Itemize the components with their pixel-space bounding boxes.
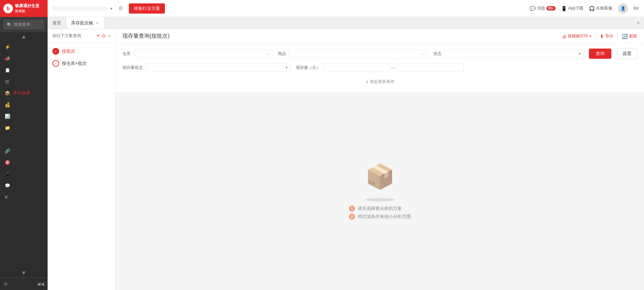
- product-more-icon[interactable]: ···: [418, 51, 428, 56]
- warehouse-input-wrapper: ···: [133, 49, 272, 58]
- status-select[interactable]: [444, 49, 583, 58]
- sidebar-footer-collapse-button[interactable]: ◀◀: [37, 281, 44, 287]
- app-download-action[interactable]: 📱 App下载: [561, 5, 583, 11]
- warehouse-filter-group: 仓库 ···: [122, 49, 272, 58]
- topbar-gear-button[interactable]: ⚙: [115, 3, 126, 14]
- inventory-status-select[interactable]: [146, 63, 290, 72]
- tab-panel-close-button[interactable]: ×: [633, 20, 644, 26]
- app-name-block: 畅康通好生意 标准版: [15, 3, 39, 14]
- sidebar-label-purchase: 采购管理: [13, 78, 31, 85]
- sidebar-item-finance[interactable]: 💰 资金管理: [0, 99, 48, 110]
- sidebar-label-basic: 基础信息: [13, 125, 31, 131]
- sidebar-item-enterprise[interactable]: 🔗 企业协同: [0, 145, 48, 157]
- sidebar-footer-settings-button[interactable]: ⚙: [3, 281, 8, 287]
- topbar-dropdown-button[interactable]: ▾: [110, 6, 113, 11]
- sidebar-label-finance: 资金管理: [13, 102, 31, 108]
- right-content: 现存量查询(按批次) 🖨 按模板打印 ▾ ⬆ 导出 🔄: [116, 29, 644, 290]
- empty-state: 📦 1 请先选择要分析的方案 2 用过滤条件来缩小分析范围: [116, 92, 644, 290]
- search-icon: 🔍: [7, 22, 12, 27]
- header-divider-1: [595, 34, 596, 39]
- sidebar-item-marketing[interactable]: 📣 营销推广: [0, 53, 48, 64]
- trial-button[interactable]: 体验行业方案: [129, 3, 165, 14]
- scheme-by-warehouse-batch[interactable]: ○ 按仓库+批次: [48, 57, 115, 70]
- refresh-label: 刷新: [629, 33, 637, 39]
- inventory-icon: 📦: [5, 91, 10, 96]
- collapse-icon: ∧: [366, 79, 369, 84]
- hint-1-text: 请先选择要分析的方案: [358, 205, 402, 212]
- sidebar-label-inventory: 库存核算: [13, 90, 31, 96]
- status-select-wrapper: ▾: [444, 49, 583, 58]
- message-action[interactable]: 💬 消息 99+: [530, 5, 556, 11]
- refresh-button[interactable]: 🔄 刷新: [622, 33, 637, 39]
- product-filter-group: 商品 ···: [278, 49, 428, 58]
- sidebar-label-beginner: 新手引导: [13, 159, 31, 165]
- scheme-settings-button[interactable]: ⊙: [102, 33, 106, 39]
- main-area: ▾ ⚙ 体验行业方案 💬 消息 99+ 📱 App下载 🎧 在线客服 👤: [48, 0, 644, 290]
- collapse-button[interactable]: ∧ 收起更多条件: [366, 79, 394, 85]
- settings-button[interactable]: 设置: [617, 48, 637, 59]
- operations-icon: 📊: [5, 114, 10, 119]
- search-menu-label: 搜索菜单: [14, 22, 30, 28]
- warehouse-input[interactable]: [134, 50, 263, 58]
- tab-home-label: 首页: [52, 20, 61, 26]
- tab-close-button[interactable]: ×: [95, 21, 99, 25]
- left-panel-actions: + ⊙ «: [97, 33, 111, 39]
- print-icon: 🖨: [562, 34, 566, 39]
- range-dash: —: [391, 65, 396, 70]
- sidebar-item-purchase[interactable]: 🛒 采购管理: [0, 76, 48, 87]
- system-icon: ⚙: [5, 137, 9, 142]
- quick-nav-icon: ⚡: [5, 44, 10, 50]
- sidebar-item-basic[interactable]: 📁 基础信息: [0, 122, 48, 133]
- panel-collapse-button[interactable]: «: [108, 33, 111, 39]
- warehouse-more-icon[interactable]: ···: [263, 51, 272, 56]
- topbar-search-display: [53, 7, 107, 10]
- scroll-down-button[interactable]: ▼: [0, 269, 48, 277]
- sidebar-label-enterprise-wechat: 企业微信: [13, 182, 31, 188]
- sidebar-item-system[interactable]: ⚙ 系统管理: [0, 133, 48, 145]
- tab-inventory-batch-label: 库存批次账: [71, 20, 93, 26]
- product-input[interactable]: [289, 50, 418, 58]
- sidebar-item-sales[interactable]: 📋 销售管理: [0, 64, 48, 76]
- online-service-action[interactable]: 🎧 在线客服: [589, 5, 612, 11]
- sidebar-item-enterprise-wechat[interactable]: 💬 企业微信: [0, 180, 48, 191]
- scheme-by-batch-label: 按批次: [62, 48, 75, 54]
- status-filter-group: 状态 ▾: [434, 49, 583, 58]
- membership-icon: V: [5, 195, 8, 200]
- query-button[interactable]: 查询: [589, 49, 611, 59]
- hint-2-number: 2: [349, 214, 355, 220]
- marketing-icon: 📣: [5, 56, 10, 61]
- sidebar-label-enterprise: 企业协同: [13, 148, 31, 154]
- tab-home[interactable]: 首页: [48, 17, 66, 29]
- online-service-label: 在线客服: [596, 5, 612, 11]
- sidebar-item-inventory[interactable]: 📦 库存核算: [0, 87, 48, 99]
- tab-inventory-batch[interactable]: 库存批次账 ×: [66, 17, 104, 29]
- sidebar-item-operations[interactable]: 📊 经营管理: [0, 110, 48, 122]
- inventory-qty-min-input[interactable]: [323, 63, 390, 72]
- sidebar-label-marketing: 营销推广: [13, 55, 31, 61]
- scheme-by-batch[interactable]: ● 按批次: [48, 45, 115, 57]
- scroll-up-button[interactable]: ▲: [0, 32, 48, 41]
- left-panel-title: 按以下方案查询: [52, 33, 81, 39]
- basic-icon: 📁: [5, 125, 10, 130]
- search-menu-button[interactable]: 🔍 搜索菜单: [3, 20, 44, 30]
- hint-1-number: 1: [349, 205, 355, 212]
- scheme-inactive-icon: ○: [52, 60, 59, 67]
- empty-shadow: [365, 198, 395, 201]
- sidebar-item-membership[interactable]: V 畅会员: [0, 191, 48, 203]
- empty-hint-1: 1 请先选择要分析的方案: [349, 205, 411, 212]
- sidebar-item-app-center[interactable]: 📱 应用中心: [0, 168, 48, 180]
- add-scheme-button[interactable]: +: [97, 33, 100, 39]
- sidebar-label-quick-nav: 快捷导航: [13, 44, 31, 50]
- print-button[interactable]: 🖨 按模板打印 ▾: [562, 33, 591, 39]
- inventory-status-label: 现存量状态: [122, 65, 143, 71]
- inventory-qty-max-input[interactable]: [397, 63, 464, 72]
- product-input-wrapper: ···: [289, 49, 428, 58]
- collapse-label: 收起更多条件: [370, 79, 394, 85]
- export-label: 导出: [605, 33, 613, 39]
- sidebar-item-quick-nav[interactable]: ⚡ 快捷导航: [0, 41, 48, 53]
- sidebar-item-beginner[interactable]: 🎯 新手引导: [0, 157, 48, 168]
- export-button[interactable]: ⬆ 导出: [600, 33, 613, 39]
- app-download-label: App下载: [568, 5, 583, 11]
- inventory-qty-filter-group: 现存量（主） —: [296, 63, 464, 72]
- user-avatar[interactable]: 👤: [618, 3, 628, 14]
